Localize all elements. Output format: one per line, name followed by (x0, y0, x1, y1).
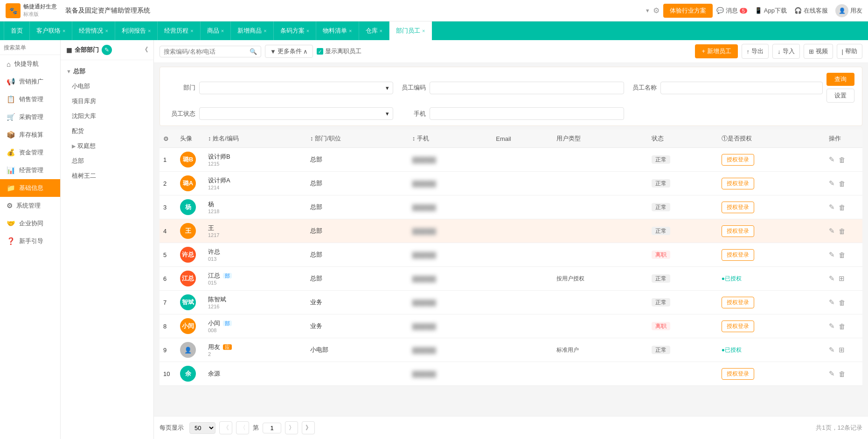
app-download-button[interactable]: 📱 App下载 (755, 7, 787, 15)
nav-tab-customer[interactable]: 客户联络 × (30, 21, 72, 40)
dept-item-zongbu[interactable]: ▼总部 (61, 64, 153, 79)
delete-icon[interactable]: 🗑 (839, 203, 846, 211)
dept-item-zongbu2[interactable]: 总部 (61, 153, 153, 168)
next-page-button[interactable]: 〉 (285, 421, 298, 434)
edit-icon[interactable]: ✎ (829, 227, 835, 235)
delete-icon[interactable]: 🗑 (839, 322, 846, 330)
settings-icon[interactable]: ⚙ (163, 135, 169, 142)
dept-filter-select[interactable]: ▾ (199, 82, 393, 94)
close-icon[interactable]: × (62, 28, 65, 34)
nav-tab-new-goods[interactable]: 新增商品 × (231, 21, 273, 40)
delete-icon[interactable]: 🗑 (839, 156, 846, 164)
search-input[interactable] (164, 48, 248, 55)
auth-button[interactable]: 授权登录 (722, 154, 754, 166)
sidebar-item-finance[interactable]: 💰 资金管理 (0, 144, 60, 161)
auth-button[interactable]: 授权登录 (722, 368, 754, 380)
auth-button[interactable]: 授权登录 (722, 202, 754, 213)
sidebar-item-operations[interactable]: 📊 经营管理 (0, 161, 60, 179)
copy-icon[interactable]: ⊞ (839, 274, 845, 283)
edit-icon[interactable]: ✎ (829, 322, 835, 330)
edit-icon[interactable]: ✎ (829, 298, 835, 307)
dept-item-peihuo[interactable]: 配货 (61, 124, 153, 139)
sidebar-item-marketing[interactable]: 📢 营销推广 (0, 73, 60, 91)
auth-button[interactable]: 授权登录 (722, 178, 754, 189)
delete-icon[interactable]: 🗑 (839, 370, 846, 378)
dept-col-header[interactable]: ↕ 部门/职位 (306, 130, 409, 148)
emp-status-filter-select[interactable]: ▾ (199, 107, 393, 120)
close-icon[interactable]: × (306, 28, 309, 34)
close-icon[interactable]: × (148, 28, 151, 34)
nav-tab-home[interactable]: 首页 (4, 21, 30, 40)
close-icon[interactable]: × (105, 28, 108, 34)
page-input[interactable] (263, 423, 281, 433)
auth-button[interactable]: 授权登录 (722, 297, 754, 308)
nav-tab-warehouse[interactable]: 仓库 × (359, 21, 389, 40)
nav-tab-department[interactable]: 部门员工 × (389, 21, 432, 40)
edit-icon[interactable]: ✎ (829, 369, 835, 378)
close-icon[interactable]: × (380, 28, 382, 34)
dept-item-xiangmu[interactable]: 项目库房 (61, 94, 153, 109)
page-size-select[interactable]: 50 100 (189, 422, 215, 434)
view-button[interactable]: ⊞ 视频 (804, 44, 833, 59)
delete-icon[interactable]: 🗑 (839, 299, 846, 307)
dept-item-shenyang[interactable]: 沈阳大库 (61, 109, 153, 124)
sidebar-search-input[interactable] (4, 44, 61, 51)
sidebar-item-inventory[interactable]: 📦 库存核算 (0, 126, 60, 144)
add-employee-button[interactable]: + 新增员工 (695, 44, 737, 58)
nav-tab-barcode[interactable]: 条码方案 × (274, 21, 316, 40)
show-resigned-toggle[interactable]: ✓ 显示离职员工 (317, 47, 361, 56)
close-icon[interactable]: × (422, 28, 425, 34)
nav-tab-history[interactable]: 经营历程 × (158, 21, 200, 40)
online-service-button[interactable]: 🎧 在线客服 (794, 7, 828, 15)
filter-search-button[interactable]: 查询 (826, 73, 854, 86)
nav-tab-goods[interactable]: 商品 × (201, 21, 231, 40)
delete-icon[interactable]: 🗑 (839, 227, 846, 235)
filter-settings-button[interactable]: 设置 (826, 89, 854, 103)
user-area[interactable]: 👤 用友 (835, 4, 862, 17)
sidebar-item-basic-info[interactable]: 📁 基础信息 (0, 179, 60, 197)
auth-button[interactable]: 授权登录 (722, 249, 754, 261)
sidebar-item-system[interactable]: ⚙ 系统管理 (0, 197, 60, 215)
message-button[interactable]: 💬 消息 5 (716, 7, 747, 15)
edit-icon[interactable]: ✎ (829, 203, 835, 211)
import-button[interactable]: ↓ 导入 (772, 44, 800, 59)
collapse-icon[interactable]: 《 (142, 46, 148, 54)
close-icon[interactable]: × (190, 28, 193, 34)
first-page-button[interactable]: 《 (219, 421, 232, 434)
sidebar-item-collaboration[interactable]: 🤝 企业协同 (0, 215, 60, 232)
edit-icon[interactable]: ✎ (829, 179, 835, 188)
emp-code-filter-input[interactable] (430, 82, 624, 94)
prev-page-button[interactable]: 〈 (236, 421, 249, 434)
phone-filter-input[interactable] (430, 107, 624, 120)
dept-item-zhishu[interactable]: 植树王二 (61, 168, 153, 183)
emp-name-filter-input[interactable] (660, 82, 823, 94)
phone-col-header[interactable]: ↕ 手机 (409, 130, 492, 148)
nav-tab-bom[interactable]: 物料清单 × (316, 21, 359, 40)
edit-icon[interactable]: ✎ (829, 346, 835, 354)
sidebar-item-sales[interactable]: 📋 销售管理 (0, 91, 60, 108)
close-icon[interactable]: × (349, 28, 352, 34)
trial-button[interactable]: 体验行业方案 (663, 4, 713, 18)
close-icon[interactable]: × (221, 28, 224, 34)
sidebar-item-purchase[interactable]: 🛒 采购管理 (0, 108, 60, 126)
dept-item-shuangting[interactable]: ▶双庭想 (61, 139, 153, 153)
copy-icon[interactable]: ⊞ (839, 346, 845, 354)
export-button[interactable]: ↑ 导出 (742, 44, 769, 59)
dept-edit-button[interactable]: ✎ (102, 45, 112, 55)
gear-icon[interactable]: ⚙ (653, 6, 660, 15)
close-icon[interactable]: × (264, 28, 266, 34)
delete-icon[interactable]: 🗑 (839, 251, 846, 259)
nav-tab-operation[interactable]: 经营情况 × (72, 21, 115, 40)
dropdown-arrow-icon[interactable]: ▾ (646, 7, 649, 14)
nav-tab-profit[interactable]: 利润报告 × (115, 21, 158, 40)
help-button[interactable]: | 帮助 (837, 44, 862, 59)
edit-icon[interactable]: ✎ (829, 274, 835, 283)
auth-button[interactable]: 授权登录 (722, 225, 754, 237)
edit-icon[interactable]: ✎ (829, 251, 835, 259)
last-page-button[interactable]: 》 (302, 421, 315, 434)
auth-button[interactable]: 授权登录 (722, 321, 754, 332)
delete-icon[interactable]: 🗑 (839, 180, 846, 188)
sidebar-item-guide[interactable]: ❓ 新手引导 (0, 232, 60, 250)
dept-item-xiaodianbu[interactable]: 小电部 (61, 79, 153, 94)
name-col-header[interactable]: ↕ 姓名/编码 (204, 130, 306, 148)
